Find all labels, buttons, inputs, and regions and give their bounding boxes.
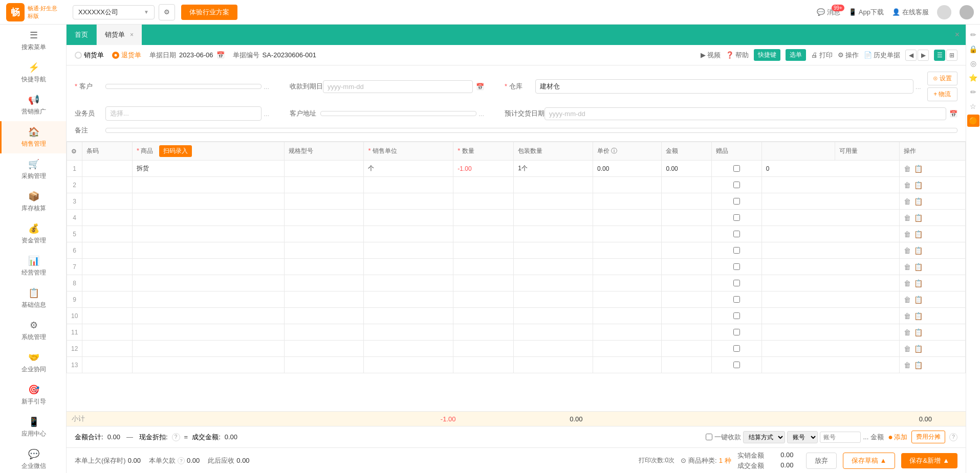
delivery-calendar-icon[interactable]: 📅: [949, 110, 957, 118]
delete-icon-12[interactable]: 🗑: [904, 345, 911, 353]
right-tool-2[interactable]: 🔒: [967, 43, 979, 55]
gift-checkbox-7[interactable]: [733, 263, 740, 270]
one-click-payment-checkbox[interactable]: [706, 434, 712, 440]
row-gift-13[interactable]: [712, 357, 762, 373]
gift-checkbox-2[interactable]: [733, 182, 740, 188]
row-spec-7[interactable]: [285, 259, 364, 275]
row-barcode-13[interactable]: [82, 357, 133, 373]
row-amount-8[interactable]: [662, 275, 712, 291]
row-gift-1[interactable]: [712, 161, 762, 177]
gift-checkbox-1[interactable]: [733, 165, 740, 172]
delete-icon-11[interactable]: 🗑: [904, 328, 911, 336]
row-barcode-6[interactable]: [82, 242, 133, 259]
calendar-icon[interactable]: 📅: [216, 51, 225, 59]
right-tool-4[interactable]: ⭐: [967, 72, 979, 84]
row-amount-4[interactable]: [662, 210, 712, 226]
tab-sales-order[interactable]: 销货单 ×: [97, 25, 142, 45]
row-pack-qty-4[interactable]: [514, 210, 593, 226]
row-product-8[interactable]: [133, 275, 285, 291]
row-price-8[interactable]: [593, 275, 662, 291]
video-btn[interactable]: ▶ 视频: [701, 51, 721, 60]
print-btn[interactable]: 🖨 打印: [811, 51, 833, 60]
gift-checkbox-13[interactable]: [733, 362, 740, 368]
row-gift-6[interactable]: [712, 242, 762, 259]
row-qty-3[interactable]: [453, 193, 514, 210]
copy-icon-2[interactable]: 📋: [914, 181, 923, 189]
row-product-2[interactable]: [133, 177, 285, 193]
warehouse-dots[interactable]: ...: [916, 83, 921, 91]
row-pack-qty-1[interactable]: 1个: [514, 161, 593, 177]
message-button[interactable]: 💬 消息 99+: [817, 8, 840, 17]
sidebar-item-operations[interactable]: 📊 经营管理: [0, 250, 66, 282]
row-spec-6[interactable]: [285, 242, 364, 259]
row-qty-2[interactable]: [453, 177, 514, 193]
account-select[interactable]: 账号: [787, 431, 818, 443]
row-product-5[interactable]: [133, 226, 285, 242]
row-spec-12[interactable]: [285, 341, 364, 357]
row-qty-4[interactable]: [453, 210, 514, 226]
row-gift-3[interactable]: [712, 193, 762, 210]
copy-icon-13[interactable]: 📋: [914, 361, 923, 369]
salesperson-input[interactable]: 选择...: [105, 106, 262, 121]
row-spec-8[interactable]: [285, 275, 364, 291]
list-view-btn[interactable]: ☰: [934, 50, 945, 61]
row-price-12[interactable]: [593, 341, 662, 357]
row-product-10[interactable]: [133, 308, 285, 324]
select-button[interactable]: 选单: [786, 49, 806, 61]
row-barcode-2[interactable]: [82, 177, 133, 193]
row-unit-8[interactable]: [364, 275, 453, 291]
copy-icon-10[interactable]: 📋: [914, 312, 923, 320]
sidebar-item-sales[interactable]: 🏠 销售管理: [0, 121, 66, 153]
radio-sales-order[interactable]: 销货单: [75, 51, 104, 60]
row-qty-6[interactable]: [453, 242, 514, 259]
row-pack-qty-2[interactable]: [514, 177, 593, 193]
online-service-button[interactable]: 👤 在线客服: [892, 8, 929, 17]
copy-icon-5[interactable]: 📋: [914, 230, 923, 238]
row-barcode-11[interactable]: [82, 324, 133, 341]
help-btn[interactable]: ❓ 帮助: [726, 51, 749, 60]
row-barcode-3[interactable]: [82, 193, 133, 210]
row-amount-5[interactable]: [662, 226, 712, 242]
discard-button[interactable]: 放弃: [806, 453, 837, 469]
row-unit-11[interactable]: [364, 324, 453, 341]
gift-checkbox-5[interactable]: [733, 231, 740, 237]
grid-view-btn[interactable]: ⊞: [946, 50, 957, 61]
radio-return-order[interactable]: 退货单: [112, 51, 141, 60]
row-pack-qty-11[interactable]: [514, 324, 593, 341]
sidebar-item-search[interactable]: ☰ 搜索菜单: [0, 25, 66, 57]
row-amount-9[interactable]: [662, 291, 712, 308]
row-gift-12[interactable]: [712, 341, 762, 357]
delete-icon-2[interactable]: 🗑: [904, 181, 911, 189]
row-pack-qty-5[interactable]: [514, 226, 593, 242]
sidebar-item-marketing[interactable]: 📢 营销推广: [0, 89, 66, 121]
row-qty-7[interactable]: [453, 259, 514, 275]
row-pack-qty-3[interactable]: [514, 193, 593, 210]
row-barcode-4[interactable]: [82, 210, 133, 226]
copy-icon-8[interactable]: 📋: [914, 279, 923, 287]
tab-home[interactable]: 首页: [67, 25, 97, 45]
row-barcode-9[interactable]: [82, 291, 133, 308]
right-tool-3[interactable]: ◎: [967, 57, 979, 70]
row-spec-4[interactable]: [285, 210, 364, 226]
sidebar-item-inventory[interactable]: 📦 库存核算: [0, 186, 66, 218]
row-pack-qty-6[interactable]: [514, 242, 593, 259]
row-unit-4[interactable]: [364, 210, 453, 226]
row-qty-5[interactable]: [453, 226, 514, 242]
row-pack-qty-9[interactable]: [514, 291, 593, 308]
row-barcode-7[interactable]: [82, 259, 133, 275]
row-price-9[interactable]: [593, 291, 662, 308]
sidebar-item-enterprise[interactable]: 🤝 企业协同: [0, 347, 66, 379]
delete-icon-4[interactable]: 🗑: [904, 214, 911, 222]
row-product-9[interactable]: [133, 291, 285, 308]
row-spec-1[interactable]: [285, 161, 364, 177]
operation-btn[interactable]: ⚙ 操作: [838, 51, 859, 60]
row-product-3[interactable]: [133, 193, 285, 210]
row-gift-4[interactable]: [712, 210, 762, 226]
customer-address-dots[interactable]: ...: [478, 110, 484, 118]
save-new-button[interactable]: 保存&新增 ▲: [901, 453, 957, 468]
row-gift-9[interactable]: [712, 291, 762, 308]
col-settings[interactable]: ⚙: [67, 142, 82, 161]
copy-icon-1[interactable]: 📋: [914, 165, 923, 173]
row-qty-11[interactable]: [453, 324, 514, 341]
copy-icon-11[interactable]: 📋: [914, 328, 923, 336]
